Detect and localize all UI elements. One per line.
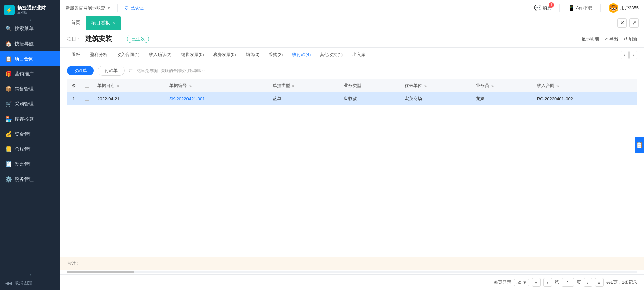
sidebar-item-tax[interactable]: ⚙️ 税务管理 [0, 172, 60, 187]
subtab-income-confirm[interactable]: 收入确认(2) [144, 48, 176, 62]
export-icon: ↗ [604, 36, 608, 41]
table-row[interactable]: 1 2022-04-21 SK-20220421-001 蓝单 应收款 宏茂商场… [67, 92, 637, 105]
finance-icon: 💰 [5, 131, 11, 137]
per-page-select[interactable]: 50 ▼ [514, 279, 529, 286]
main-content: 新服务官网演示账套 ▼ 🛡 已认证 💬 消息 1 📱 App下载 🐯 [60, 0, 644, 290]
row-checkbox[interactable] [85, 96, 89, 101]
scrollbar-thumb[interactable] [67, 271, 134, 273]
inventory-icon: 🏪 [5, 116, 11, 122]
receipt-tab-button[interactable]: 收款单 [67, 66, 94, 75]
receipt-number-link[interactable]: SK-20220421-001 [169, 96, 205, 101]
per-page-label: 每页显示 [494, 279, 511, 285]
show-detail-input[interactable] [576, 37, 580, 41]
project-icon: 📋 [5, 56, 11, 62]
account-selector[interactable]: 新服务官网演示账套 ▼ [66, 5, 111, 11]
user-name: 用户3355 [620, 5, 639, 11]
subtab-next-icon[interactable]: › [629, 51, 637, 59]
tabbar-right: ✕ ⤢ [617, 18, 639, 28]
sidebar-item-quick-nav[interactable]: 🏠 快捷导航 [0, 36, 60, 51]
sidebar-item-finance[interactable]: 💰 资金管理 [0, 127, 60, 142]
select-all-checkbox[interactable] [85, 83, 89, 88]
column-settings[interactable]: ⚙ [67, 79, 80, 92]
chevron-down-icon: ▼ [523, 280, 527, 285]
payment-tab-button[interactable]: 付款单 [98, 66, 125, 76]
subtab-payment[interactable]: 收付款(4) [287, 48, 315, 62]
sidebar-item-project-contract[interactable]: 📋 项目合同 [0, 51, 60, 66]
sidebar-item-label: 总账管理 [15, 146, 34, 152]
show-detail-checkbox[interactable]: 显示明细 [576, 36, 599, 42]
subtab-sales[interactable]: 销售(0) [241, 48, 264, 62]
sidebar-item-inventory[interactable]: 🏪 库存核算 [0, 112, 60, 127]
certified-badge: 🛡 已认证 [124, 5, 144, 11]
app-logo-sub: 标准版 [17, 10, 46, 15]
sort-icon: ⇅ [424, 84, 427, 88]
tab-home[interactable]: 首页 [66, 16, 86, 30]
sales-icon: 📦 [5, 86, 11, 92]
cell-type: 蓝单 [269, 92, 340, 105]
sidebar-item-purchase[interactable]: 🛒 采购管理 [0, 96, 60, 112]
cell-index: 1 [67, 92, 80, 105]
pin-icon: ◀◀ [5, 281, 12, 286]
export-button[interactable]: ↗ 导出 [604, 36, 618, 42]
subtab-sales-invoice[interactable]: 销售发票(0) [176, 48, 209, 62]
subtab-purchase[interactable]: 采购(2) [264, 48, 287, 62]
settings-icon: ⚙ [72, 83, 76, 88]
tabbar: 首页 项目看板 ✕ ✕ ⤢ [60, 16, 644, 30]
subtab-income-contract[interactable]: 收入合同(1) [112, 48, 144, 62]
chevron-down-icon: ▼ [107, 6, 111, 10]
invoice-icon: 🧾 [5, 161, 11, 167]
pagination: 每页显示 50 ▼ « ‹ 第 页 › » 共1页，1条记录 [60, 274, 644, 290]
app-download-button[interactable]: 📱 App下载 [568, 5, 592, 11]
sidebar-item-search[interactable]: 🔍 搜索菜单 [0, 21, 60, 36]
column-number[interactable]: 单据编号 ⇅ [165, 79, 269, 92]
tab-maximize-button[interactable]: ⤢ [629, 18, 639, 28]
current-page-input[interactable] [562, 278, 574, 287]
column-partner[interactable]: 往来单位 ⇅ [400, 79, 472, 92]
sidebar-cancel-fixed-label: 取消固定 [15, 280, 32, 286]
last-page-button[interactable]: » [595, 278, 604, 287]
project-status-badge: 已生效 [127, 35, 149, 43]
column-biz-type: 业务类型 [340, 79, 400, 92]
user-menu[interactable]: 🐯 用户3355 [609, 3, 639, 13]
prev-page-button[interactable]: ‹ [543, 278, 552, 287]
sidebar-nav: 🔍 搜索菜单 🏠 快捷导航 📋 项目合同 🎁 营销推广 📦 销售管理 🛒 采购管… [0, 21, 60, 274]
scrollbar-track[interactable] [67, 271, 637, 273]
sidebar-item-label: 快捷导航 [15, 41, 34, 47]
column-income-contract[interactable]: 收入合同 ⇅ [533, 79, 637, 92]
first-page-button[interactable]: « [532, 278, 541, 287]
subtab-other-expense[interactable]: 其他收支(1) [315, 48, 347, 62]
floating-panel-button[interactable]: 📋 [635, 137, 644, 153]
project-more-icon[interactable]: ··· [116, 35, 123, 42]
messages-button[interactable]: 💬 消息 1 [534, 4, 551, 12]
column-type[interactable]: 单据类型 ⇅ [269, 79, 340, 92]
subtab-prev-icon[interactable]: ‹ [621, 51, 629, 59]
sort-icon: ⇅ [117, 84, 119, 88]
subtab-profit[interactable]: 盈利分析 [85, 48, 112, 62]
sidebar: ⚡ 畅捷通好业财 标准版 ▲ 🔍 搜索菜单 🏠 快捷导航 📋 项目合同 🎁 营销… [0, 0, 60, 290]
cell-number[interactable]: SK-20220421-001 [165, 92, 269, 105]
cell-checkbox[interactable] [80, 92, 93, 105]
subtab-inout[interactable]: 出入库 [347, 48, 370, 62]
sidebar-item-sales[interactable]: 📦 销售管理 [0, 81, 60, 96]
tab-project-board[interactable]: 项目看板 ✕ [86, 16, 121, 30]
project-header-actions: 显示明细 ↗ 导出 ↺ 刷新 [576, 36, 637, 42]
column-salesperson[interactable]: 业务员 ⇅ [472, 79, 533, 92]
table-footer: 合计： [60, 257, 644, 270]
sidebar-item-label: 发票管理 [15, 161, 34, 167]
tab-close-icon[interactable]: ✕ [112, 21, 115, 25]
tab-close-all-button[interactable]: ✕ [617, 18, 627, 28]
sidebar-item-invoice[interactable]: 🧾 发票管理 [0, 157, 60, 172]
certified-text: 已认证 [130, 5, 144, 11]
sidebar-item-marketing[interactable]: 🎁 营销推广 [0, 66, 60, 81]
refresh-button[interactable]: ↺ 刷新 [624, 36, 637, 42]
sidebar-item-ledger[interactable]: 📒 总账管理 [0, 142, 60, 157]
app-logo-text: 畅捷通好业财 [17, 5, 46, 11]
column-date[interactable]: 单据日期 ⇅ [93, 79, 165, 92]
app-logo-icon: ⚡ [4, 5, 15, 15]
table-header-row: ⚙ 单据日期 ⇅ 单据编号 ⇅ [67, 79, 637, 92]
gift-icon: 🎁 [5, 71, 11, 77]
next-page-button[interactable]: › [584, 278, 592, 287]
sidebar-cancel-fixed[interactable]: ◀◀ 取消固定 [0, 276, 60, 290]
subtab-tax-invoice[interactable]: 税务发票(0) [209, 48, 241, 62]
subtab-board[interactable]: 看板 [67, 48, 85, 62]
